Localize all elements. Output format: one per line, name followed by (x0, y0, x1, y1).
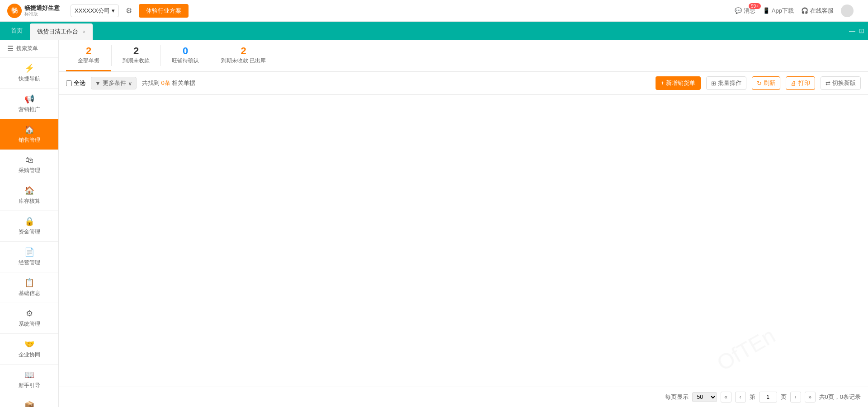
sidebar-item-inventory[interactable]: 🏠 库存核算 (0, 180, 58, 211)
page-label: 第 (750, 393, 755, 401)
sidebar-item-purchase[interactable]: 🛍 采购管理 (0, 150, 58, 180)
stat-count-pending: 0 (183, 45, 188, 57)
header-left: 畅 畅捷通好生意 标准版 XXXXXX公司 ▾ ⚙ 体验行业方案 (7, 4, 189, 18)
tab-actions: — ⊡ (849, 27, 864, 34)
sidebar-item-guide[interactable]: 📖 新手引导 (0, 365, 58, 395)
toolbar-right: + 新增销货单 ⊞ 批量操作 ↻ 刷新 🖨 打印 ⇄ 切换新版 (656, 76, 861, 90)
company-selector[interactable]: XXXXXX公司 ▾ (71, 5, 119, 17)
switch-version-button[interactable]: ⇄ 切换新版 (821, 76, 861, 90)
found-prefix: 共找到 (142, 80, 160, 86)
stat-count-overdue: 2 (133, 45, 139, 57)
select-all-input[interactable] (66, 80, 72, 86)
company-name: XXXXXX公司 (75, 7, 110, 15)
enterprise-label: 企业协同 (19, 351, 40, 359)
logo-title: 畅捷通好生意 (24, 5, 60, 12)
finance-label: 资金管理 (19, 228, 40, 236)
enterprise-icon: 🤝 (24, 339, 34, 349)
tab-bar: 首页 钱货日清工作台 × — ⊡ (0, 22, 868, 40)
marketing-icon: 📢 (24, 94, 34, 104)
quick-nav-label: 快捷导航 (19, 75, 40, 83)
tab-home[interactable]: 首页 (4, 23, 30, 38)
table-area (59, 95, 868, 387)
sidebar-item-enterprise[interactable]: 🤝 企业协同 (0, 334, 58, 365)
user-avatar[interactable] (841, 5, 854, 17)
tab-close-icon[interactable]: × (83, 29, 85, 34)
prev-page-button[interactable]: ‹ (735, 392, 746, 402)
per-page-select[interactable]: 50 100 200 (692, 392, 717, 402)
online-service-label: 在线客服 (810, 7, 834, 15)
current-tab-label: 钱货日清工作台 (37, 28, 78, 36)
stat-label-overdue-shipped: 到期未收款 已出库 (221, 57, 266, 65)
logo-sub: 标准版 (24, 11, 60, 17)
print-button[interactable]: 🖨 打印 (786, 76, 815, 90)
new-sales-order-button[interactable]: + 新增销货单 (656, 76, 701, 90)
sales-label: 销售管理 (19, 136, 40, 144)
purchase-label: 采购管理 (19, 167, 40, 174)
sidebar-item-finance[interactable]: 🔒 资金管理 (0, 211, 58, 242)
trial-button[interactable]: 体验行业方案 (139, 4, 189, 18)
message-button[interactable]: 💬 消息 99+ (735, 7, 755, 15)
inventory-icon: 🏠 (24, 186, 34, 196)
guide-icon: 📖 (24, 370, 34, 380)
search-menu-label: 搜索菜单 (16, 45, 38, 52)
print-icon: 🖨 (791, 80, 797, 87)
logo-icon: 畅 (7, 4, 22, 18)
operations-label: 经营管理 (19, 259, 40, 267)
online-service-button[interactable]: 🎧 在线客服 (801, 7, 834, 15)
sales-icon: 🏠 (24, 125, 34, 135)
sidebar-item-search-menu[interactable]: ☰ 搜索菜单 (0, 40, 58, 58)
download-icon: 📱 (763, 7, 770, 14)
sidebar-item-operations[interactable]: 📄 经营管理 (0, 242, 58, 272)
filter-label: 更多条件 (103, 79, 126, 87)
sidebar: ☰ 搜索菜单 ⚡ 快捷导航 📢 营销推广 🏠 销售管理 🛍 采购管理 🏠 库存核… (0, 40, 59, 407)
page-suffix: 页 (781, 393, 787, 401)
sidebar-item-sales[interactable]: 🏠 销售管理 (0, 119, 58, 150)
filter-chevron: ∨ (128, 80, 132, 87)
stats-tabs: 2 全部单据 2 到期未收款 0 旺铺待确认 2 到期未收款 已出库 (59, 40, 868, 72)
select-all-label: 全选 (74, 79, 85, 87)
last-page-button[interactable]: » (805, 392, 816, 402)
filter-button[interactable]: ▼ 更多条件 ∨ (91, 77, 137, 89)
sidebar-item-app-center[interactable]: 📦 应用中心 (0, 395, 58, 407)
guide-label: 新手引导 (19, 382, 40, 389)
batch-label: 批量操作 (718, 79, 741, 87)
quick-nav-icon: ⚡ (24, 63, 34, 73)
pagination: 每页显示 50 100 200 « ‹ 第 页 › » 共0页，0条记录 (59, 387, 868, 407)
sidebar-item-system[interactable]: ⚙ 系统管理 (0, 303, 58, 334)
maximize-tab-icon[interactable]: ⊡ (859, 27, 864, 34)
found-count: 0条 (161, 80, 170, 86)
top-header: 畅 畅捷通好生意 标准版 XXXXXX公司 ▾ ⚙ 体验行业方案 💬 消息 99… (0, 0, 868, 22)
minimize-tab-icon[interactable]: — (849, 27, 855, 34)
basic-info-icon: 📋 (24, 278, 34, 288)
stat-tab-pending[interactable]: 0 旺铺待确认 (161, 40, 210, 71)
logo-text: 畅捷通好生意 标准版 (24, 5, 60, 17)
sidebar-item-marketing[interactable]: 📢 营销推广 (0, 89, 58, 119)
print-label: 打印 (798, 79, 810, 87)
page-input[interactable] (759, 392, 777, 402)
tab-current[interactable]: 钱货日清工作台 × (30, 23, 93, 40)
batch-operation-button[interactable]: ⊞ 批量操作 (706, 76, 746, 90)
app-download-button[interactable]: 📱 App下载 (763, 7, 794, 15)
select-all-checkbox[interactable]: 全选 (66, 79, 85, 87)
filter-icon: ▼ (95, 80, 101, 87)
toolbar: 全选 ▼ 更多条件 ∨ 共找到 0条 相关单据 + 新增销货单 ⊞ 批量操作 (59, 72, 868, 95)
refresh-button[interactable]: ↻ 刷新 (752, 76, 780, 90)
per-page-label: 每页显示 (665, 393, 689, 401)
sidebar-item-basic-info[interactable]: 📋 基础信息 (0, 272, 58, 303)
sidebar-item-quick-nav[interactable]: ⚡ 快捷导航 (0, 58, 58, 89)
stat-count-overdue-shipped: 2 (241, 45, 246, 57)
settings-button[interactable]: ⚙ (123, 5, 135, 17)
app-download-label: App下载 (772, 7, 794, 15)
stat-count-all: 2 (86, 45, 91, 57)
first-page-button[interactable]: « (721, 392, 731, 402)
purchase-icon: 🛍 (25, 155, 33, 165)
stat-label-overdue: 到期未收款 (123, 57, 150, 65)
inventory-label: 库存核算 (19, 197, 40, 205)
stat-tab-all[interactable]: 2 全部单据 (66, 40, 111, 71)
logo-area: 畅 畅捷通好生意 标准版 (7, 4, 60, 18)
finance-icon: 🔒 (24, 216, 34, 226)
stat-tab-overdue-shipped[interactable]: 2 到期未收款 已出库 (210, 40, 277, 71)
next-page-button[interactable]: › (790, 392, 801, 402)
home-tab-label: 首页 (11, 27, 23, 35)
stat-tab-overdue[interactable]: 2 到期未收款 (112, 40, 160, 71)
